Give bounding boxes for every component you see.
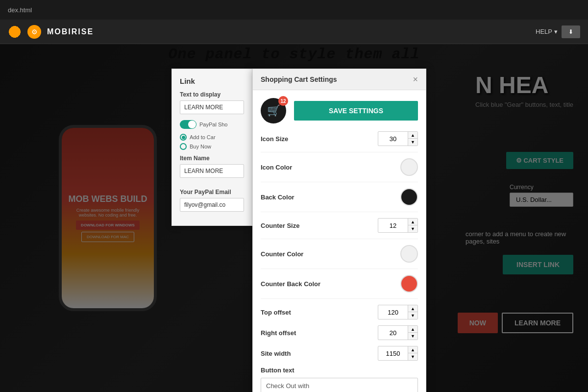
- counter-back-color-label: Counter Back Color: [261, 280, 320, 288]
- button-text-row: Button text: [261, 367, 418, 392]
- text-to-display-label: Text to display: [180, 91, 244, 98]
- counter-size-row: Counter Size ▲ ▼: [261, 218, 418, 239]
- top-offset-input-group: ▲ ▼: [378, 305, 418, 319]
- right-offset-label: Right offset: [261, 329, 296, 337]
- icon-color-swatch[interactable]: [400, 158, 418, 176]
- counter-size-down[interactable]: ▼: [408, 225, 417, 232]
- top-offset-row: Top offset ▲ ▼: [261, 305, 418, 319]
- cart-panel-title: Shopping Cart Settings: [261, 75, 337, 83]
- back-color-row: Back Color: [261, 188, 418, 212]
- counter-color-swatch[interactable]: [400, 245, 418, 263]
- icon-color-label: Icon Color: [261, 164, 292, 171]
- cart-settings-panel: Shopping Cart Settings × 🛒 12 SAVE SETTI…: [252, 69, 426, 392]
- top-offset-input[interactable]: [378, 306, 408, 318]
- counter-back-color-row: Counter Back Color: [261, 275, 418, 299]
- cart-panel-header: Shopping Cart Settings ×: [253, 69, 426, 90]
- site-width-row: Site width ▲ ▼: [261, 346, 418, 361]
- counter-size-up[interactable]: ▲: [408, 219, 417, 225]
- site-width-label: Site width: [261, 350, 291, 357]
- icon-size-label: Icon Size: [261, 135, 288, 143]
- counter-size-label: Counter Size: [261, 222, 299, 229]
- counter-size-spinners: ▲ ▼: [408, 219, 417, 232]
- paypal-toggle[interactable]: [180, 120, 196, 129]
- add-to-cart-radio[interactable]: [180, 134, 187, 141]
- icon-size-up[interactable]: ▲: [408, 132, 417, 139]
- email-label: Your PayPal Email: [180, 189, 244, 196]
- buy-now-label: Buy Now: [190, 144, 211, 149]
- sun-icon: [8, 25, 22, 39]
- button-text-input[interactable]: [261, 378, 418, 392]
- icon-size-down[interactable]: ▼: [408, 139, 417, 146]
- item-name-input[interactable]: [180, 164, 244, 178]
- site-width-input[interactable]: [378, 347, 408, 360]
- text-to-display-input[interactable]: [180, 100, 244, 114]
- site-width-spinners: ▲ ▼: [408, 346, 417, 360]
- link-panel: Link Text to display PayPal Sho Add to C…: [172, 69, 252, 226]
- counter-size-input-group: ▲ ▼: [378, 218, 418, 233]
- back-color-label: Back Color: [261, 194, 294, 201]
- button-text-label: Button text: [261, 367, 418, 374]
- paypal-toggle-label: PayPal Sho: [199, 122, 227, 127]
- icon-size-spinners: ▲ ▼: [408, 132, 417, 146]
- right-offset-input-group: ▲ ▼: [378, 325, 418, 340]
- back-color-swatch[interactable]: [400, 188, 418, 206]
- cart-icon-wrapper: 🛒 12: [261, 98, 286, 123]
- save-settings-button[interactable]: SAVE SETTINGS: [294, 101, 418, 121]
- cart-panel-body: 🛒 12 SAVE SETTINGS Icon Size ▲ ▼: [253, 90, 426, 392]
- right-offset-input[interactable]: [378, 327, 408, 339]
- icon-size-row: Icon Size ▲ ▼: [261, 131, 418, 152]
- top-offset-label: Top offset: [261, 309, 291, 316]
- cart-icon: 🛒: [267, 104, 280, 117]
- icon-size-input[interactable]: [378, 133, 408, 145]
- buy-now-radio[interactable]: [180, 143, 187, 150]
- site-width-up[interactable]: ▲: [408, 346, 417, 353]
- right-offset-row: Right offset ▲ ▼: [261, 325, 418, 340]
- email-input[interactable]: [180, 198, 244, 212]
- cart-icon-area: 🛒 12 SAVE SETTINGS: [261, 98, 418, 123]
- brand-name: MOBIRISE: [47, 27, 94, 36]
- close-button[interactable]: ×: [413, 75, 418, 84]
- counter-color-label: Counter Color: [261, 250, 303, 258]
- browser-tab: dex.html: [8, 6, 32, 14]
- download-button[interactable]: ⬇: [562, 25, 580, 38]
- cart-badge: 12: [278, 96, 288, 106]
- right-offset-spinners: ▲ ▼: [408, 326, 417, 340]
- site-width-input-group: ▲ ▼: [378, 346, 418, 361]
- counter-color-row: Counter Color: [261, 245, 418, 269]
- counter-size-input[interactable]: [378, 220, 408, 232]
- item-name-label: Item Name: [180, 155, 244, 162]
- toggle-knob: [188, 121, 196, 128]
- top-offset-down[interactable]: ▼: [408, 312, 417, 319]
- right-offset-up[interactable]: ▲: [408, 326, 417, 333]
- icon-color-row: Icon Color: [261, 158, 418, 182]
- top-offset-spinners: ▲ ▼: [408, 305, 417, 319]
- help-button[interactable]: HELP ▾: [536, 28, 558, 35]
- counter-back-color-swatch[interactable]: [400, 275, 418, 293]
- icon-size-input-group: ▲ ▼: [378, 131, 418, 146]
- add-to-cart-label: Add to Car: [190, 134, 216, 140]
- right-offset-down[interactable]: ▼: [408, 333, 417, 340]
- gear-icon: ⚙: [27, 25, 41, 39]
- link-panel-title: Link: [180, 77, 244, 85]
- site-width-down[interactable]: ▼: [408, 353, 417, 360]
- top-offset-up[interactable]: ▲: [408, 305, 417, 312]
